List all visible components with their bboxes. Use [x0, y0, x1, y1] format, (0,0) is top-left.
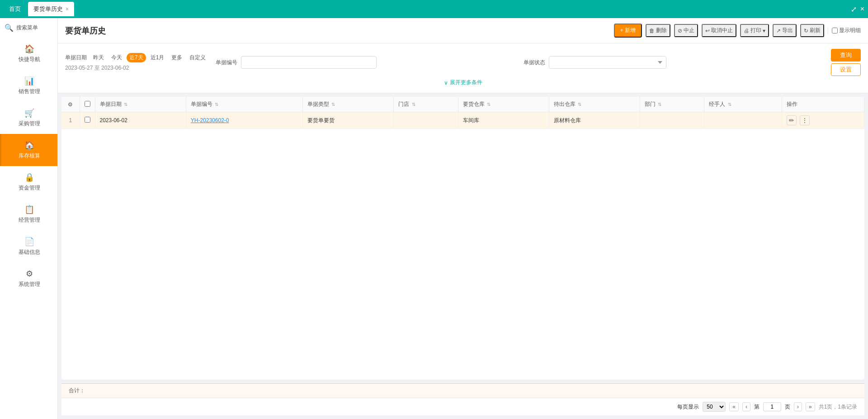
- col-dept[interactable]: 部门 ⇅: [640, 97, 704, 112]
- doc-no-filter-group: 单据编号: [216, 56, 516, 69]
- col-ops: 操作: [782, 97, 864, 112]
- page-suffix: 页: [785, 403, 790, 411]
- per-page-select[interactable]: 50 10 20 100: [703, 402, 726, 412]
- shortcut-7days[interactable]: 近7天: [127, 53, 146, 62]
- sort-req-wh-icon: ⇅: [487, 102, 491, 107]
- print-dropdown-icon: ▾: [763, 28, 765, 34]
- sort-docno-icon: ⇅: [215, 102, 218, 107]
- content-area: 要货单历史 + 新增 🗑 删除 ⊘ 中止 ↩ 取消中止 🖨 打印: [58, 18, 868, 419]
- sidebar-item-sales[interactable]: 📊 销售管理: [0, 70, 57, 102]
- table-footer: 合计：: [61, 383, 864, 398]
- export-button[interactable]: ↗ 导出: [773, 24, 797, 37]
- sort-date-icon: ⇅: [124, 102, 127, 107]
- col-handler[interactable]: 经手人 ⇅: [704, 97, 782, 112]
- page-title: 要货单历史: [65, 25, 106, 36]
- col-date[interactable]: 单据日期 ⇅: [95, 97, 186, 112]
- col-dest-warehouse[interactable]: 待出仓库 ⇅: [549, 97, 640, 112]
- edit-row-btn[interactable]: ✏: [787, 115, 797, 125]
- print-button[interactable]: 🖨 打印 ▾: [740, 24, 769, 37]
- shortcut-1month[interactable]: 近1月: [148, 53, 167, 62]
- cell-dest-warehouse: 原材料仓库: [549, 112, 640, 129]
- cell-req-warehouse: 车间库: [458, 112, 549, 129]
- doc-no-input[interactable]: [241, 56, 377, 69]
- date-filter-group: 单据日期 昨天 今天 近7天 近1月 更多 自定义 2023-05-27 至 2…: [65, 53, 208, 72]
- date-filter-label: 单据日期: [65, 54, 87, 62]
- filter-area: 单据日期 昨天 今天 近7天 近1月 更多 自定义 2023-05-27 至 2…: [58, 43, 868, 93]
- table-body: 1 2023-06-02 YH-20230602-0 要货单要货 车间库 原材料…: [61, 112, 864, 129]
- sidebar-item-basic-info[interactable]: 📄 基础信息: [0, 230, 57, 262]
- sort-store-icon: ⇅: [412, 102, 415, 107]
- document-icon: 📄: [24, 237, 34, 247]
- stop-icon: ⊘: [678, 28, 682, 34]
- data-table: ⚙ 单据日期 ⇅ 单据编号 ⇅ 单据类型 ⇅ 门店 ⇅ 要货仓库 ⇅ 待出仓库 …: [61, 97, 864, 129]
- add-button[interactable]: + 新增: [614, 24, 642, 38]
- prev-page-btn[interactable]: ‹: [742, 402, 750, 411]
- sidebar-item-purchase[interactable]: 🛒 采购管理: [0, 102, 57, 134]
- shortcut-today[interactable]: 今天: [108, 53, 125, 62]
- query-button[interactable]: 查询: [831, 49, 861, 62]
- setting-button[interactable]: 设置: [831, 63, 861, 76]
- shortcut-more[interactable]: 更多: [169, 53, 185, 62]
- clipboard-icon: 📋: [24, 205, 34, 214]
- more-row-btn[interactable]: ⋮: [800, 115, 810, 125]
- maximize-icon[interactable]: ⤢: [851, 5, 857, 14]
- sidebar-item-inventory[interactable]: 🏠 库存核算: [0, 134, 57, 166]
- sidebar-item-system[interactable]: ⚙ 系统管理: [0, 262, 57, 295]
- col-doc-no[interactable]: 单据编号 ⇅: [186, 97, 302, 112]
- page-number-input[interactable]: [763, 402, 781, 411]
- cancel-stop-button[interactable]: ↩ 取消中止: [702, 24, 736, 37]
- main-layout: 🔍 搜索菜单 🏠 快捷导航 📊 销售管理 🛒 采购管理 🏠 库存核算 🔒 资金管…: [0, 18, 868, 419]
- refresh-icon: ↻: [804, 28, 808, 34]
- sidebar-search[interactable]: 🔍 搜索菜单: [0, 18, 57, 38]
- refresh-button[interactable]: ↻ 刷新: [800, 24, 824, 37]
- search-icon: 🔍: [5, 24, 14, 32]
- sidebar-item-finance[interactable]: 🔒 资金管理: [0, 166, 57, 198]
- col-store[interactable]: 门店 ⇅: [394, 97, 458, 112]
- cell-ops: ✏ ⋮: [782, 112, 864, 129]
- cell-dept: [640, 112, 704, 129]
- chevron-down-icon: ∨: [444, 80, 448, 86]
- delete-button[interactable]: 🗑 删除: [646, 24, 670, 37]
- page-label: 第: [754, 403, 760, 411]
- table-row: 1 2023-06-02 YH-20230602-0 要货单要货 车间库 原材料…: [61, 112, 864, 129]
- stop-button[interactable]: ⊘ 中止: [674, 24, 698, 37]
- table-header: ⚙ 单据日期 ⇅ 单据编号 ⇅ 单据类型 ⇅ 门店 ⇅ 要货仓库 ⇅ 待出仓库 …: [61, 97, 864, 112]
- first-page-btn[interactable]: «: [729, 402, 739, 411]
- status-select[interactable]: [549, 56, 666, 69]
- sidebar-item-quick-nav[interactable]: 🏠 快捷导航: [0, 38, 57, 70]
- status-filter-group: 单据状态: [524, 56, 824, 69]
- home-icon: 🏠: [24, 44, 34, 54]
- sidebar-item-operations[interactable]: 📋 经营管理: [0, 198, 57, 230]
- cart-icon: 🛒: [24, 108, 34, 118]
- shortcut-custom[interactable]: 自定义: [187, 53, 208, 62]
- shortcut-yesterday[interactable]: 昨天: [90, 53, 107, 62]
- show-detail-toggle[interactable]: 显示明细: [832, 27, 861, 34]
- content-header: 要货单历史 + 新增 🗑 删除 ⊘ 中止 ↩ 取消中止 🖨 打印: [58, 18, 868, 43]
- col-doc-type[interactable]: 单据类型 ⇅: [303, 97, 394, 112]
- status-label: 单据状态: [524, 59, 545, 67]
- expand-more-btn[interactable]: ∨ 展开更多条件: [65, 76, 861, 87]
- show-detail-checkbox[interactable]: [832, 28, 838, 33]
- col-req-warehouse[interactable]: 要货仓库 ⇅: [458, 97, 549, 112]
- total-label: 合计：: [69, 387, 85, 394]
- last-page-btn[interactable]: »: [806, 402, 815, 411]
- cell-seq: 1: [61, 112, 80, 129]
- doc-no-link[interactable]: YH-20230602-0: [191, 117, 229, 124]
- close-window-icon[interactable]: ×: [860, 5, 864, 13]
- date-range-display: 2023-05-27 至 2023-06-02: [65, 64, 208, 72]
- print-icon: 🖨: [744, 28, 749, 34]
- per-page-label: 每页显示: [677, 403, 699, 411]
- cell-checkbox: [80, 112, 95, 129]
- sidebar: 🔍 搜索菜单 🏠 快捷导航 📊 销售管理 🛒 采购管理 🏠 库存核算 🔒 资金管…: [0, 18, 58, 419]
- select-all-checkbox[interactable]: [85, 101, 90, 107]
- pagination-info: 共1页，1条记录: [819, 403, 857, 411]
- close-tab-icon[interactable]: ×: [66, 6, 69, 12]
- filter-actions: 查询 设置: [831, 49, 861, 76]
- gear-icon: ⚙: [26, 269, 33, 279]
- tab-requisition-history[interactable]: 要货单历史 ×: [28, 2, 74, 16]
- tab-home[interactable]: 首页: [4, 2, 26, 16]
- sort-doctype-icon: ⇅: [331, 102, 335, 107]
- row-checkbox[interactable]: [85, 117, 90, 123]
- col-settings[interactable]: ⚙: [61, 97, 80, 112]
- next-page-btn[interactable]: ›: [794, 402, 802, 411]
